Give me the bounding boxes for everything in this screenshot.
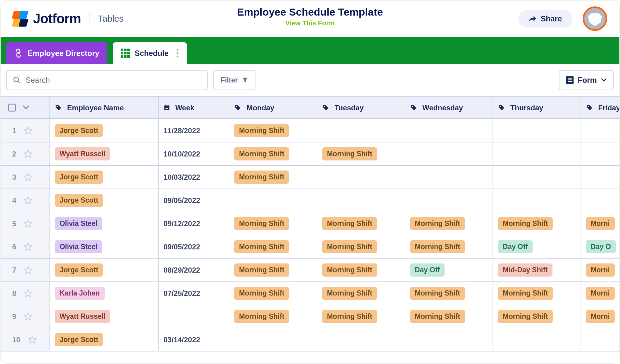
- chip[interactable]: Morning Shift: [410, 240, 465, 253]
- monday-cell[interactable]: Morning Shift: [229, 259, 317, 282]
- tuesday-cell[interactable]: [317, 166, 405, 189]
- section-label[interactable]: Tables: [98, 14, 124, 24]
- friday-cell[interactable]: Morni: [581, 282, 619, 305]
- star-icon[interactable]: [24, 289, 33, 298]
- chip[interactable]: Olivia Steel: [55, 217, 102, 230]
- chip[interactable]: Mid-Day Shift: [498, 263, 552, 277]
- star-icon[interactable]: [24, 242, 33, 252]
- avatar[interactable]: [583, 6, 607, 31]
- table-row[interactable]: 4Jorge Scott09/05/2022: [1, 189, 619, 212]
- wednesday-cell[interactable]: [405, 189, 493, 212]
- chip[interactable]: Morning Shift: [498, 217, 553, 230]
- header-thursday[interactable]: Thursday: [493, 96, 581, 119]
- tuesday-cell[interactable]: Morning Shift: [317, 142, 405, 166]
- chip[interactable]: Morning Shift: [322, 147, 377, 160]
- header-friday[interactable]: Friday: [581, 96, 619, 119]
- chip[interactable]: Morning Shift: [498, 310, 553, 323]
- wednesday-cell[interactable]: [405, 166, 493, 189]
- employee-cell[interactable]: Olivia Steel: [50, 212, 159, 235]
- chip[interactable]: Morning Shift: [234, 263, 289, 277]
- thursday-cell[interactable]: [493, 189, 581, 212]
- header-employee[interactable]: Employee Name: [50, 96, 159, 119]
- tuesday-cell[interactable]: Morning Shift: [317, 235, 405, 259]
- chip[interactable]: Jorge Scott: [55, 263, 103, 277]
- form-view-button[interactable]: Form: [559, 70, 614, 90]
- chip[interactable]: Morning Shift: [234, 147, 289, 160]
- table-row[interactable]: 3Jorge Scott10/03/2022Morning Shift: [1, 166, 619, 189]
- table-row[interactable]: 7Jorge Scott08/29/2022Morning ShiftMorni…: [1, 259, 619, 282]
- brand-block[interactable]: Jotform: [13, 11, 81, 27]
- view-form-link[interactable]: View This Form: [237, 19, 383, 27]
- chip[interactable]: Jorge Scott: [55, 194, 103, 207]
- tab-employee-directory[interactable]: Employee Directory: [6, 42, 107, 64]
- header-wednesday[interactable]: Wednesday: [405, 96, 493, 119]
- header-tuesday[interactable]: Tuesday: [317, 96, 405, 119]
- tuesday-cell[interactable]: [317, 119, 405, 142]
- chip[interactable]: Morning Shift: [322, 287, 377, 300]
- chip[interactable]: Morning Shift: [498, 287, 553, 300]
- monday-cell[interactable]: Morning Shift: [229, 142, 317, 166]
- wednesday-cell[interactable]: [405, 142, 493, 166]
- star-icon[interactable]: [24, 126, 33, 135]
- chip[interactable]: Morning Shift: [322, 310, 377, 323]
- chip[interactable]: Morning Shift: [410, 310, 465, 323]
- chip[interactable]: Day Off: [498, 240, 533, 253]
- week-cell[interactable]: 10/03/2022: [159, 166, 229, 189]
- tuesday-cell[interactable]: Morning Shift: [317, 305, 405, 328]
- star-icon[interactable]: [24, 196, 33, 205]
- week-cell[interactable]: 11/28/2022: [159, 119, 229, 142]
- friday-cell[interactable]: [581, 119, 619, 142]
- monday-cell[interactable]: Morning Shift: [229, 119, 317, 142]
- friday-cell[interactable]: [581, 142, 619, 166]
- select-all-checkbox[interactable]: [8, 104, 16, 112]
- wednesday-cell[interactable]: Morning Shift: [405, 282, 493, 305]
- week-cell[interactable]: 09/05/2022: [159, 235, 229, 259]
- friday-cell[interactable]: Morni: [581, 259, 619, 282]
- table-row[interactable]: 6Olivia Steel09/05/2022Morning ShiftMorn…: [1, 235, 619, 259]
- share-button[interactable]: Share: [518, 10, 572, 28]
- friday-cell[interactable]: Morni: [581, 212, 619, 235]
- chip[interactable]: Jorge Scott: [55, 333, 103, 346]
- chip[interactable]: Morni: [586, 263, 615, 277]
- week-cell[interactable]: 09/12/2022: [159, 212, 229, 235]
- search-box[interactable]: [6, 70, 208, 90]
- wednesday-cell[interactable]: [405, 119, 493, 142]
- chip[interactable]: Morning Shift: [234, 287, 289, 300]
- chip[interactable]: Morning Shift: [410, 287, 465, 300]
- monday-cell[interactable]: Morning Shift: [229, 305, 317, 328]
- star-icon[interactable]: [24, 219, 33, 228]
- friday-cell[interactable]: [581, 166, 619, 189]
- tuesday-cell[interactable]: Morning Shift: [317, 212, 405, 235]
- monday-cell[interactable]: [229, 328, 317, 351]
- week-cell[interactable]: [159, 305, 229, 328]
- thursday-cell[interactable]: Morning Shift: [493, 282, 581, 305]
- table-row[interactable]: 2Wyatt Russell10/10/2022Morning ShiftMor…: [1, 142, 619, 166]
- table-row[interactable]: 1Jorge Scott11/28/2022Morning Shift: [1, 119, 619, 142]
- chip[interactable]: Day Off: [410, 263, 445, 277]
- header-monday[interactable]: Monday: [229, 96, 317, 119]
- thursday-cell[interactable]: Mid-Day Shift: [493, 259, 581, 282]
- week-cell[interactable]: 03/14/2022: [159, 328, 229, 351]
- employee-cell[interactable]: Jorge Scott: [50, 166, 159, 189]
- chip[interactable]: Morning Shift: [234, 124, 289, 137]
- star-icon[interactable]: [24, 312, 33, 321]
- star-icon[interactable]: [24, 149, 33, 159]
- tuesday-cell[interactable]: [317, 328, 405, 351]
- tuesday-cell[interactable]: Morning Shift: [317, 282, 405, 305]
- week-cell[interactable]: 09/05/2022: [159, 189, 229, 212]
- friday-cell[interactable]: [581, 189, 619, 212]
- search-input[interactable]: [25, 75, 201, 85]
- filter-button[interactable]: Filter: [213, 70, 255, 90]
- chip[interactable]: Morning Shift: [322, 217, 377, 230]
- chip[interactable]: Morning Shift: [322, 263, 377, 277]
- thursday-cell[interactable]: [493, 328, 581, 351]
- week-cell[interactable]: 10/10/2022: [159, 142, 229, 166]
- employee-cell[interactable]: Jorge Scott: [50, 119, 159, 142]
- tuesday-cell[interactable]: Morning Shift: [317, 259, 405, 282]
- table-row[interactable]: 10Jorge Scott03/14/2022: [1, 328, 619, 351]
- tab-schedule[interactable]: Schedule: [113, 42, 187, 64]
- employee-cell[interactable]: Olivia Steel: [50, 235, 159, 259]
- chevron-down-icon[interactable]: [23, 105, 29, 110]
- chip[interactable]: Jorge Scott: [55, 124, 103, 137]
- thursday-cell[interactable]: [493, 142, 581, 166]
